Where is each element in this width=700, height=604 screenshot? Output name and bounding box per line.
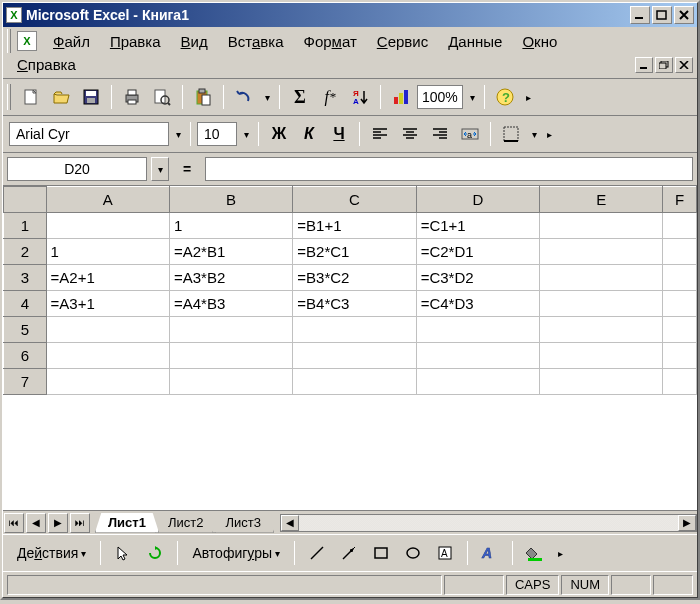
workbook-icon[interactable]: X	[17, 31, 37, 51]
save-button[interactable]	[77, 83, 105, 111]
cell[interactable]	[663, 291, 697, 317]
cell[interactable]	[46, 317, 169, 343]
select-objects-button[interactable]	[109, 539, 137, 567]
paste-button[interactable]	[189, 83, 217, 111]
cell[interactable]	[539, 343, 662, 369]
borders-dropdown[interactable]: ▾	[529, 129, 540, 140]
name-box[interactable]: D20	[7, 157, 147, 181]
autoshapes-menu[interactable]: Автофигуры ▾	[186, 542, 286, 564]
menu-insert[interactable]: Вставка	[218, 30, 294, 53]
cell[interactable]: =A2*B1	[169, 239, 292, 265]
tab-prev-button[interactable]: ◀	[26, 513, 46, 533]
cell[interactable]: =A4*B3	[169, 291, 292, 317]
menu-help[interactable]: Справка	[7, 53, 86, 76]
chart-button[interactable]	[387, 83, 415, 111]
rectangle-button[interactable]	[367, 539, 395, 567]
cell[interactable]	[663, 343, 697, 369]
tab-next-button[interactable]: ▶	[48, 513, 68, 533]
menu-window[interactable]: Окно	[512, 30, 567, 53]
row-header[interactable]: 7	[4, 369, 47, 395]
menu-file[interactable]: Файл	[43, 30, 100, 53]
scroll-right-button[interactable]: ▶	[678, 515, 696, 531]
horizontal-scrollbar[interactable]: ◀ ▶	[280, 514, 697, 532]
column-header-a[interactable]: A	[46, 187, 169, 213]
textbox-button[interactable]: A	[431, 539, 459, 567]
help-button[interactable]: ?	[491, 83, 519, 111]
font-combobox[interactable]: Arial Cyr	[9, 122, 169, 146]
cell[interactable]: =B2*C1	[293, 239, 416, 265]
function-button[interactable]: f*	[316, 83, 344, 111]
borders-button[interactable]	[497, 120, 525, 148]
cell[interactable]	[539, 291, 662, 317]
undo-dropdown[interactable]: ▾	[262, 92, 273, 103]
zoom-dropdown[interactable]: ▾	[467, 92, 478, 103]
cell[interactable]	[539, 213, 662, 239]
cell[interactable]	[169, 343, 292, 369]
wordart-button[interactable]: A	[476, 539, 504, 567]
cell[interactable]: 1	[169, 213, 292, 239]
arrow-button[interactable]	[335, 539, 363, 567]
actions-menu[interactable]: Действия ▾	[11, 542, 92, 564]
tab-first-button[interactable]: ⏮	[4, 513, 24, 533]
cell[interactable]: =B4*C3	[293, 291, 416, 317]
cell[interactable]: =C1+1	[416, 213, 539, 239]
doc-minimize-button[interactable]	[635, 57, 653, 73]
cell[interactable]	[169, 317, 292, 343]
oval-button[interactable]	[399, 539, 427, 567]
cell[interactable]: 1	[46, 239, 169, 265]
formula-input[interactable]	[205, 157, 693, 181]
cell[interactable]	[416, 317, 539, 343]
align-center-button[interactable]	[396, 120, 424, 148]
cell[interactable]	[663, 239, 697, 265]
menu-data[interactable]: Данные	[438, 30, 512, 53]
formatting-overflow[interactable]: ▸	[544, 129, 555, 140]
maximize-button[interactable]	[652, 6, 672, 24]
cell[interactable]: =B1+1	[293, 213, 416, 239]
row-header[interactable]: 1	[4, 213, 47, 239]
row-header[interactable]: 4	[4, 291, 47, 317]
open-button[interactable]	[47, 83, 75, 111]
merge-center-button[interactable]: a	[456, 120, 484, 148]
cell[interactable]	[663, 369, 697, 395]
select-all-corner[interactable]	[4, 187, 47, 213]
row-header[interactable]: 6	[4, 343, 47, 369]
cell[interactable]	[663, 265, 697, 291]
scroll-left-button[interactable]: ◀	[281, 515, 299, 531]
cell[interactable]: =A3+1	[46, 291, 169, 317]
sheet-tab-1[interactable]: Лист1	[95, 513, 159, 533]
cell[interactable]	[539, 317, 662, 343]
menubar-grip[interactable]	[7, 29, 11, 53]
cell[interactable]	[416, 343, 539, 369]
cell[interactable]	[46, 213, 169, 239]
fontsize-combobox[interactable]: 10	[197, 122, 237, 146]
name-box-dropdown[interactable]: ▾	[151, 157, 169, 181]
underline-button[interactable]: Ч	[325, 120, 353, 148]
menu-edit[interactable]: Правка	[100, 30, 171, 53]
column-header-b[interactable]: B	[169, 187, 292, 213]
italic-button[interactable]: К	[295, 120, 323, 148]
cell[interactable]	[539, 369, 662, 395]
cell[interactable]	[169, 369, 292, 395]
toolbar-overflow[interactable]: ▸	[523, 92, 534, 103]
cell[interactable]	[293, 343, 416, 369]
row-header[interactable]: 5	[4, 317, 47, 343]
new-button[interactable]	[17, 83, 45, 111]
sort-button[interactable]: ЯА	[346, 83, 374, 111]
equals-button[interactable]: =	[173, 157, 201, 181]
cell[interactable]	[539, 265, 662, 291]
column-header-d[interactable]: D	[416, 187, 539, 213]
cell[interactable]	[663, 213, 697, 239]
row-header[interactable]: 2	[4, 239, 47, 265]
drawing-overflow[interactable]: ▸	[555, 548, 566, 559]
close-button[interactable]	[674, 6, 694, 24]
sheet-tab-3[interactable]: Лист3	[212, 513, 273, 533]
worksheet-grid[interactable]: A B C D E F 11=B1+1=C1+1 21=A2*B1=B2*C1=…	[3, 186, 697, 510]
toolbar-grip[interactable]	[7, 84, 11, 110]
column-header-c[interactable]: C	[293, 187, 416, 213]
fontsize-dropdown[interactable]: ▾	[241, 129, 252, 140]
cell[interactable]	[416, 369, 539, 395]
cell[interactable]: =A3*B2	[169, 265, 292, 291]
cell[interactable]	[46, 369, 169, 395]
align-right-button[interactable]	[426, 120, 454, 148]
cell[interactable]: =C3*D2	[416, 265, 539, 291]
